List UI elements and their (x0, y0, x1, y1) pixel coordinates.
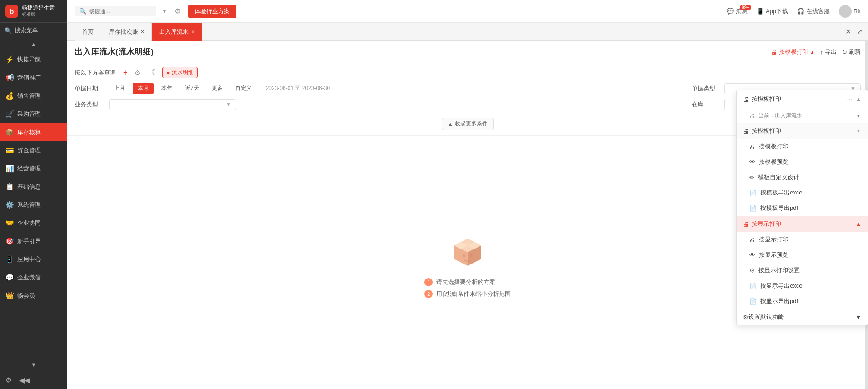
tab-batch-ledger[interactable]: 库存批次账 × (101, 23, 152, 41)
sidebar-scroll-down[interactable]: ▼ (0, 359, 67, 371)
tab-close-all-btn[interactable]: ✕ (843, 25, 853, 38)
tab-home[interactable]: 首页 (75, 23, 101, 41)
topbar-search-input[interactable] (89, 8, 144, 15)
app-download-btn[interactable]: 📱 App下载 (757, 7, 788, 15)
tab-batch-ledger-label: 库存批次账 (109, 28, 138, 36)
sidebar-item-label: 新手引导 (17, 237, 41, 245)
chip-last-month[interactable]: 上月 (109, 83, 130, 94)
print-template-label: 按模板打印 (779, 48, 808, 56)
wechat-icon: 💬 (5, 274, 14, 282)
settings-icon[interactable]: ⚙ (5, 376, 12, 384)
dp-display-print-item[interactable]: 🖨 按显示打印 (737, 232, 868, 247)
dropdown-footer[interactable]: ⚙ 设置默认功能 ▼ (737, 309, 868, 325)
app-center-icon: 📱 (5, 255, 14, 264)
empty-step-2: 2 用[过滤]条件来缩小分析范围 (424, 290, 510, 298)
section-display-header[interactable]: 🖨 按显示打印 ▲ (737, 216, 868, 232)
sidebar-item-label: 库存核算 (17, 128, 41, 136)
page-actions: 🖨 按模板打印 ▲ ↑ 导出 ↻ 刷新 (771, 48, 861, 56)
dropdown-panel: 🖨 按模板打印 ··· ▲ 🖨 当前：出入库流水 ▼ 🖨 (736, 90, 868, 325)
sidebar-item-purchase[interactable]: 🛒 采购管理 (0, 105, 67, 123)
sidebar-item-wechat[interactable]: 💬 企业微信 (0, 269, 67, 287)
dp-display-preview-item[interactable]: 👁 按显示预览 (737, 247, 868, 263)
print-icon: 🖨 (771, 49, 777, 55)
sidebar: b 畅捷通好生意 标准版 🔍 搜索菜单 ▲ ⚡ 快捷导航 📢 营销推广 💰 销售… (0, 0, 67, 389)
tab-flow-close[interactable]: × (191, 29, 195, 35)
tab-batch-ledger-close[interactable]: × (141, 29, 144, 35)
chip-this-month[interactable]: 本月 (133, 83, 154, 94)
dp-template-preview-item[interactable]: 👁 按模板预览 (737, 154, 868, 170)
sidebar-scroll-up[interactable]: ▲ (0, 38, 67, 50)
current-icon: 🖨 (749, 113, 755, 119)
collapse-conditions-btn[interactable]: ▲ 收起更多条件 (442, 118, 494, 130)
topbar-right: 💬 消息 99+ 📱 App下载 🎧 在线客服 Rit (727, 5, 861, 18)
user-profile[interactable]: Rit (839, 5, 861, 18)
system-icon: ⚙️ (5, 201, 14, 209)
sidebar-item-operations[interactable]: 📊 经营管理 (0, 160, 67, 178)
export-btn[interactable]: ↑ 导出 (820, 48, 837, 56)
print-template-btn[interactable]: 🖨 按模板打印 ▲ (771, 48, 815, 56)
online-service-btn[interactable]: 🎧 在线客服 (797, 7, 830, 15)
topbar-search-box[interactable]: 🔍 (75, 6, 156, 16)
sidebar-item-guide[interactable]: 🎯 新手引导 (0, 232, 67, 250)
sidebar-item-cooperation[interactable]: 🤝 企业协同 (0, 214, 67, 232)
section-template-expand[interactable]: ▼ (856, 128, 861, 134)
purchase-icon: 🛒 (5, 110, 14, 118)
dots-icon[interactable]: ··· (847, 95, 852, 103)
dp-template-pdf-item[interactable]: 📄 按模板导出pdf (737, 200, 868, 216)
filter-row-1: 按以下方案查询 + ⚙ 《 ● 流水明细 (75, 67, 861, 78)
dp-template-excel-item[interactable]: 📄 按模板导出excel (737, 185, 868, 200)
filter-tag-icon: ● (166, 70, 170, 76)
sidebar-item-system[interactable]: ⚙️ 系统管理 (0, 196, 67, 214)
message-btn[interactable]: 💬 消息 99+ (727, 7, 748, 15)
sidebar-item-label: 经营管理 (17, 165, 41, 173)
chip-7days[interactable]: 近7天 (180, 83, 204, 94)
sidebar-item-basic[interactable]: 📋 基础信息 (0, 178, 67, 196)
tab-maximize-btn[interactable]: ⤢ (855, 25, 864, 38)
biz-type-select[interactable]: ▼ (109, 99, 236, 110)
chip-custom[interactable]: 自定义 (230, 83, 257, 94)
tab-flow[interactable]: 出入库流水 × (152, 23, 202, 41)
sidebar-item-finance[interactable]: 💳 资金管理 (0, 141, 67, 160)
printer-icon: 🖨 (743, 128, 749, 135)
sidebar-item-label: 快捷导航 (17, 55, 41, 64)
sidebar-search[interactable]: 🔍 搜索菜单 (0, 23, 67, 38)
sidebar-nav: ⚡ 快捷导航 📢 营销推广 💰 销售管理 🛒 采购管理 📦 库存核算 💳 资金管… (0, 50, 67, 359)
biz-type-label: 业务类型 (75, 100, 102, 109)
dp-display-settings-item[interactable]: ⚙ 按显示打印设置 (737, 263, 868, 278)
section-display-expand[interactable]: ▲ (856, 221, 861, 227)
chip-this-year[interactable]: 本年 (156, 83, 177, 94)
user-avatar (839, 5, 852, 18)
topbar-chevron-icon[interactable]: ▼ (162, 8, 167, 15)
template-preview-label: 按模板预览 (759, 158, 788, 166)
dp-display-excel-item[interactable]: 📄 按显示导出excel (737, 278, 868, 294)
sidebar-item-quick-nav[interactable]: ⚡ 快捷导航 (0, 50, 67, 69)
section-display-text: 按显示打印 (752, 220, 781, 228)
filter-collapse-btn[interactable]: 《 (148, 68, 155, 77)
sidebar-item-app-center[interactable]: 📱 应用中心 (0, 250, 67, 269)
empty-illustration (445, 227, 490, 273)
section-template-header[interactable]: 🖨 按模板打印 ▼ (737, 123, 868, 139)
sidebar-item-marketing[interactable]: 📢 营销推广 (0, 69, 67, 87)
filter-settings-btn[interactable]: ⚙ (135, 69, 140, 76)
dp-display-pdf-item[interactable]: 📄 按显示导出pdf (737, 294, 868, 309)
dp-template-custom-item[interactable]: ✏ 模板自定义设计 (737, 170, 868, 185)
dropdown-collapse-icon[interactable]: ▲ (856, 96, 861, 102)
sidebar-item-inventory[interactable]: 📦 库存核算 (0, 123, 67, 141)
filter-add-btn[interactable]: + (123, 69, 127, 77)
collapse-sidebar-icon[interactable]: ◀◀ (19, 376, 30, 384)
chip-more[interactable]: 更多 (207, 83, 228, 94)
section-template-text: 按模板打印 (752, 127, 781, 135)
refresh-label: 刷新 (849, 48, 861, 56)
sidebar-item-sales[interactable]: 💰 销售管理 (0, 87, 67, 105)
filter-tag-label: 流水明细 (172, 69, 194, 76)
marketing-icon: 📢 (5, 74, 14, 82)
display-print-icon: 🖨 (749, 236, 755, 243)
date-filter-label: 单据日期 (75, 85, 102, 93)
dp-template-print-item[interactable]: 🖨 按模板打印 (737, 139, 868, 154)
topbar-gear-icon[interactable]: ⚙ (175, 7, 181, 15)
refresh-btn[interactable]: ↻ 刷新 (842, 48, 861, 56)
sidebar-item-member[interactable]: 👑 畅会员 (0, 287, 67, 305)
display-settings-icon: ⚙ (749, 267, 755, 274)
industry-btn[interactable]: 体验行业方案 (188, 5, 236, 18)
template-custom-icon: ✏ (749, 174, 754, 181)
